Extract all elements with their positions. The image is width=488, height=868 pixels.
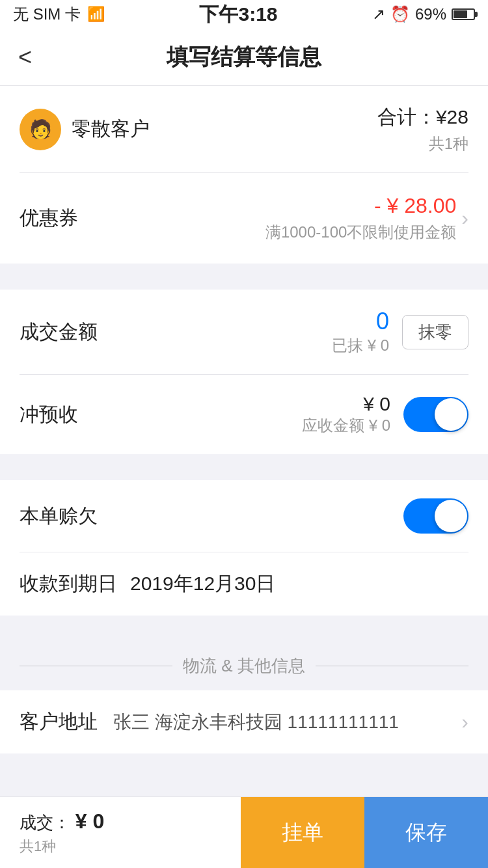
customer-info: 🧑 零散客户 [20, 109, 150, 150]
debt-toggle-thumb [435, 500, 467, 532]
coupon-amount: - ¥ 28.00 [265, 194, 456, 218]
due-date-label: 收款到期日 [20, 571, 117, 597]
bottom-count: 共1种 [20, 837, 221, 856]
debt-right [403, 498, 468, 534]
deal-amount-label: 成交金额 [20, 319, 98, 346]
carrier-text: 无 SIM 卡 [13, 4, 81, 25]
address-row[interactable]: 客户地址 张三 海淀永丰科技园 11111111111 › [0, 690, 488, 753]
header-line-left [20, 666, 172, 666]
alarm-icon: ⏰ [390, 5, 410, 23]
bottom-deal-label: 成交： [20, 813, 70, 832]
status-left: 无 SIM 卡 📶 [13, 4, 105, 25]
section-gap-2 [0, 467, 488, 480]
page-title: 填写结算等信息 [167, 42, 321, 72]
coupon-info: - ¥ 28.00 满1000-100不限制使用金额 [265, 194, 456, 243]
header-line-right [316, 666, 468, 666]
status-bar: 无 SIM 卡 📶 下午3:18 ↗ ⏰ 69% [0, 0, 488, 29]
deal-amount-row: 成交金额 0 已抹 ¥ 0 抹零 [0, 290, 488, 374]
debt-label: 本单赊欠 [20, 503, 98, 530]
battery-percent: 69% [415, 5, 446, 23]
main-content: 🧑 零散客户 合计：¥28 共1种 优惠券 - ¥ 28.00 满1000-10… [0, 86, 488, 845]
status-time: 下午3:18 [199, 1, 277, 28]
customer-row: 🧑 零散客户 合计：¥28 共1种 [0, 86, 488, 172]
due-date-value: 2019年12月30日 [130, 571, 275, 597]
deal-amount-card: 成交金额 0 已抹 ¥ 0 抹零 冲预收 ¥ 0 应收金额 ¥ 0 [0, 290, 488, 454]
prepayment-amount: ¥ 0 [302, 393, 390, 415]
chevron-right-icon: › [461, 206, 468, 230]
logistics-section-header: 物流 & 其他信息 [0, 642, 488, 690]
round-off-button[interactable]: 抹零 [402, 315, 468, 349]
deal-amount-right: 0 已抹 ¥ 0 抹零 [332, 308, 468, 356]
customer-name: 零散客户 [72, 116, 150, 142]
coupon-row[interactable]: 优惠券 - ¥ 28.00 满1000-100不限制使用金额 › [0, 173, 488, 264]
avatar: 🧑 [20, 109, 61, 150]
toggle-thumb [435, 398, 467, 431]
customer-total: 合计：¥28 共1种 [377, 104, 468, 154]
wifi-icon: 📶 [87, 6, 105, 23]
save-button[interactable]: 保存 [364, 797, 488, 868]
bottom-info: 成交： ¥ 0 共1种 [0, 797, 241, 868]
address-value: 张三 海淀永丰科技园 11111111111 [113, 710, 456, 735]
deal-amount-sub: 已抹 ¥ 0 [332, 335, 389, 356]
address-chevron-icon: › [461, 710, 468, 734]
battery-icon [452, 8, 475, 20]
nav-bar: < 填写结算等信息 [0, 29, 488, 86]
avatar-icon: 🧑 [29, 118, 52, 140]
customer-card: 🧑 零散客户 合计：¥28 共1种 优惠券 - ¥ 28.00 满1000-10… [0, 86, 488, 264]
address-label: 客户地址 [20, 709, 98, 735]
location-icon: ↗ [372, 5, 385, 23]
bottom-bar: 成交： ¥ 0 共1种 挂单 保存 [0, 796, 488, 868]
prepayment-right: ¥ 0 应收金额 ¥ 0 [302, 393, 468, 436]
prepayment-toggle[interactable] [403, 397, 468, 432]
coupon-label: 优惠券 [20, 205, 78, 232]
debt-toggle[interactable] [403, 498, 468, 534]
coupon-desc: 满1000-100不限制使用金额 [265, 222, 456, 243]
bottom-deal-amount: ¥ 0 [75, 809, 104, 833]
due-date-row: 收款到期日 2019年12月30日 [0, 552, 488, 616]
address-card: 客户地址 张三 海淀永丰科技园 11111111111 › [0, 690, 488, 753]
logistics-label: 物流 & 其他信息 [183, 655, 305, 677]
prepayment-row: 冲预收 ¥ 0 应收金额 ¥ 0 [0, 375, 488, 454]
coupon-right: - ¥ 28.00 满1000-100不限制使用金额 › [265, 194, 468, 243]
debt-row: 本单赊欠 [0, 480, 488, 552]
section-gap-3 [0, 629, 488, 642]
bottom-deal-row: 成交： ¥ 0 [20, 809, 221, 834]
hold-button[interactable]: 挂单 [241, 797, 364, 868]
prepayment-label: 冲预收 [20, 401, 78, 428]
section-gap-1 [0, 277, 488, 290]
deal-amount-value: 0 [332, 308, 389, 335]
debt-card: 本单赊欠 收款到期日 2019年12月30日 [0, 480, 488, 616]
prepayment-sub: 应收金额 ¥ 0 [302, 415, 390, 436]
status-right: ↗ ⏰ 69% [372, 5, 475, 23]
total-count: 共1种 [377, 133, 468, 154]
total-amount: 合计：¥28 [377, 104, 468, 131]
back-button[interactable]: < [18, 44, 32, 71]
